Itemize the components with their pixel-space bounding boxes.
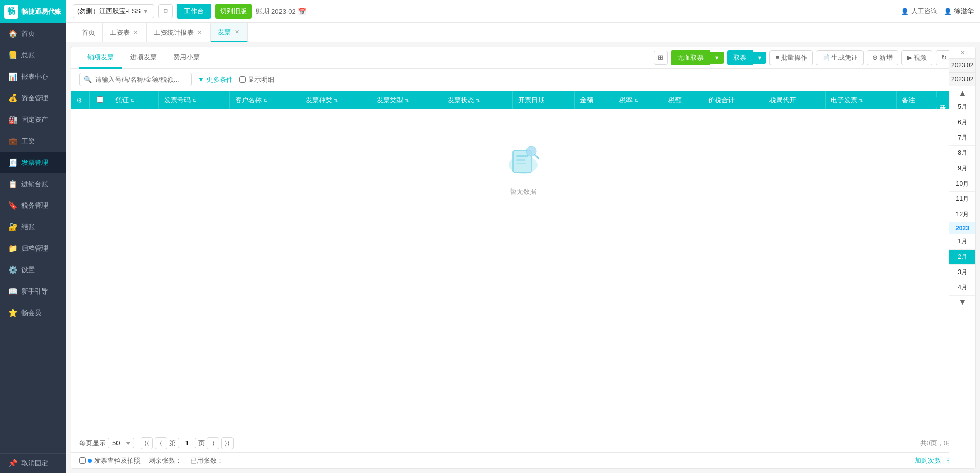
archive-icon: 📁 <box>8 244 17 253</box>
page-label: 第 <box>169 439 176 448</box>
copy-button[interactable]: ⧉ <box>158 4 173 18</box>
sidebar-item-sales[interactable]: 📋 进销台账 <box>0 173 66 195</box>
sidebar-item-fixed-assets[interactable]: 🏭 固定资产 <box>0 109 66 130</box>
no-invoice-dropdown[interactable]: ▼ <box>710 52 724 64</box>
tab-home[interactable]: 首页 <box>75 23 103 42</box>
sidebar-item-close[interactable]: 🔐 结账 <box>0 216 66 238</box>
empty-icon <box>503 140 544 181</box>
open-period-button[interactable]: 开账日期 <box>936 96 949 108</box>
sidebar-item-settings[interactable]: ⚙️ 设置 <box>0 259 66 281</box>
sidebar-item-archive[interactable]: 📁 归档管理 <box>0 238 66 259</box>
filter-icon: ▼ <box>198 76 204 83</box>
take-invoice-button[interactable]: 取票 <box>727 50 753 65</box>
tab-payroll-table-close[interactable]: ✕ <box>132 29 139 36</box>
date-month-9[interactable]: 9月 <box>949 161 975 176</box>
gen-voucher-button[interactable]: 📄 生成凭证 <box>816 50 864 65</box>
sort-icon[interactable]: ⇅ <box>130 98 134 103</box>
date-panel-header-1[interactable]: 2023.02 <box>949 59 975 73</box>
sidebar-item-tax[interactable]: 🔖 税务管理 <box>0 195 66 216</box>
date-month-12[interactable]: 12月 <box>949 207 975 222</box>
select-all-checkbox[interactable] <box>97 96 103 103</box>
invoice-table: ⚙ 凭证 ⇅ 发票号码 <box>71 91 975 109</box>
user-button[interactable]: 👤 徐溢华 <box>944 7 974 16</box>
sidebar-item-reports[interactable]: 📊 报表中心 <box>0 66 66 87</box>
take-invoice-dropdown[interactable]: ▼ <box>753 52 767 64</box>
prev-page-button[interactable]: ⟨ <box>155 437 167 449</box>
sort-icon[interactable]: ⇅ <box>192 98 196 103</box>
th-amount: 金额 <box>574 91 614 109</box>
batch-ops-button[interactable]: ≡ 批量操作 <box>769 50 813 65</box>
sidebar-item-ledger[interactable]: 📒 总账 <box>0 44 66 66</box>
sub-tabbar: 销项发票 进项发票 费用小票 ⊞ 无血取票 ▼ <box>71 47 975 69</box>
th-remark-label: 备注 <box>902 96 915 105</box>
video-button[interactable]: ▶ 视频 <box>901 50 932 65</box>
th-checkbox[interactable] <box>89 91 110 109</box>
take-invoice-label: 取票 <box>733 53 746 62</box>
date-month-3[interactable]: 3月 <box>949 265 975 280</box>
date-month-2-active[interactable]: 2月 <box>949 250 975 265</box>
first-page-button[interactable]: ⟨⟨ <box>141 437 153 449</box>
used-label: 已用张数： <box>190 456 223 465</box>
th-settings[interactable]: ⚙ <box>71 91 89 109</box>
date-month-10[interactable]: 10月 <box>949 176 975 192</box>
tab-invoice-label: 发票 <box>218 28 231 37</box>
sub-tab-sales-invoice[interactable]: 销项发票 <box>79 47 122 69</box>
date-month-5[interactable]: 5月 <box>949 100 975 115</box>
grid-icon-button[interactable]: ⊞ <box>654 51 668 65</box>
sub-tab-expense-receipt[interactable]: 费用小票 <box>165 47 208 69</box>
date-panel-expand-icon[interactable]: ⛶ <box>967 49 973 56</box>
sort-icon[interactable]: ⇅ <box>859 98 863 103</box>
sidebar-item-member[interactable]: ⭐ 畅会员 <box>0 302 66 324</box>
sidebar-item-home[interactable]: 🏠 首页 <box>0 23 66 44</box>
sidebar-item-finance[interactable]: 💰 资金管理 <box>0 87 66 109</box>
more-filters-button[interactable]: ▼ 更多条件 <box>198 75 233 84</box>
sidebar-item-label: 发票管理 <box>21 158 48 167</box>
close-period-icon: 🔐 <box>8 222 17 232</box>
date-month-1[interactable]: 1月 <box>949 234 975 250</box>
sort-icon[interactable]: ⇅ <box>405 98 409 103</box>
content-area: 销项发票 进项发票 费用小票 ⊞ 无血取票 ▼ <box>71 47 976 469</box>
show-detail-checkbox-label[interactable]: 显示明细 <box>239 75 274 84</box>
date-panel-header-2[interactable]: 2023.02 <box>949 73 975 86</box>
sub-tab-purchase-invoice[interactable]: 进项发票 <box>122 47 165 69</box>
date-panel-close-icon[interactable]: ✕ <box>960 49 965 56</box>
tab-invoice-close[interactable]: ✕ <box>233 29 240 36</box>
unpin-button[interactable]: 📌 取消固定 <box>0 454 66 473</box>
tab-payroll-stats-close[interactable]: ✕ <box>196 29 203 36</box>
invoice-check-checkbox[interactable] <box>79 457 86 464</box>
sort-icon[interactable]: ⇅ <box>334 98 338 103</box>
date-month-6[interactable]: 6月 <box>949 115 975 130</box>
date-month-4[interactable]: 4月 <box>949 280 975 296</box>
no-invoice-button[interactable]: 无血取票 <box>671 50 710 65</box>
sort-icon[interactable]: ⇅ <box>476 98 480 103</box>
date-month-11[interactable]: 11月 <box>949 192 975 207</box>
old-version-button[interactable]: 切到旧版 <box>215 4 252 19</box>
empty-state: 暂无数据 <box>71 109 975 227</box>
workbench-button[interactable]: 工作台 <box>177 4 211 19</box>
next-page-button[interactable]: ⟩ <box>207 437 219 449</box>
sidebar-item-guide[interactable]: 📖 新手引导 <box>0 281 66 302</box>
page-input[interactable] <box>178 438 196 448</box>
sidebar-bottom: 📌 取消固定 <box>0 453 66 473</box>
company-selector[interactable]: (勿删）江西股宝-LSS ▼ <box>73 4 154 18</box>
new-button[interactable]: ⊕ 新增 <box>867 50 898 65</box>
last-page-button[interactable]: ⟩⟩ <box>221 437 234 449</box>
sidebar-item-label: 归档管理 <box>21 244 48 253</box>
tab-payroll-table[interactable]: 工资表 ✕ <box>103 23 147 42</box>
page-size-select[interactable]: 50 10 20 100 <box>108 438 134 448</box>
sort-icon[interactable]: ⇅ <box>634 98 638 103</box>
date-month-7[interactable]: 7月 <box>949 130 975 146</box>
service-button[interactable]: 👤 人工咨询 <box>901 7 938 16</box>
search-box[interactable]: 🔍 <box>79 73 192 86</box>
add-count-link[interactable]: 加购次数 <box>915 456 941 465</box>
date-month-8[interactable]: 8月 <box>949 146 975 161</box>
date-panel-nav-down[interactable]: ▼ <box>949 296 975 309</box>
sidebar-item-invoice[interactable]: 🧾 发票管理 <box>0 152 66 173</box>
sort-icon[interactable]: ⇅ <box>263 98 267 103</box>
tab-payroll-stats[interactable]: 工资统计报表 ✕ <box>147 23 211 42</box>
date-panel-nav-up[interactable]: ▲ <box>949 86 975 100</box>
search-input[interactable] <box>95 76 187 83</box>
tab-invoice[interactable]: 发票 ✕ <box>211 23 248 42</box>
sidebar-item-payroll[interactable]: 💼 工资 <box>0 130 66 152</box>
show-detail-checkbox[interactable] <box>239 76 246 83</box>
